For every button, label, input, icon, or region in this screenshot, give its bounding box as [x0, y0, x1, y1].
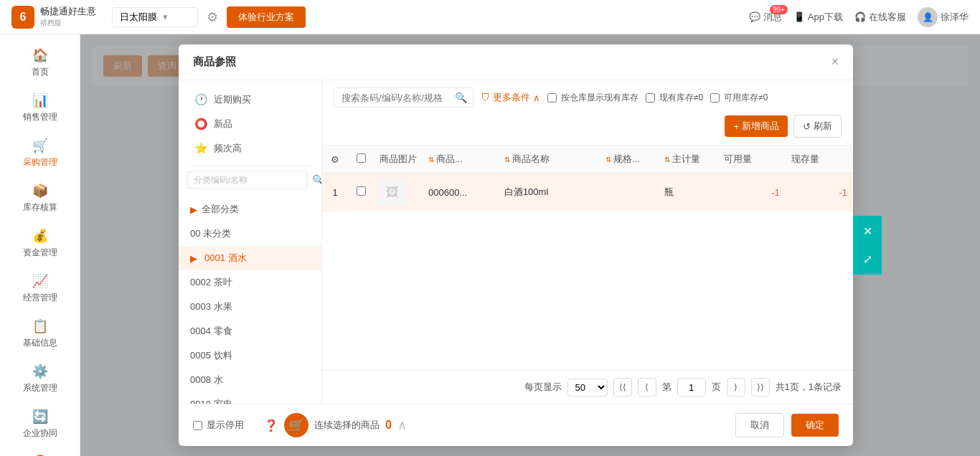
show-disabled-checkbox[interactable] — [193, 421, 202, 430]
row-checkbox[interactable] — [357, 186, 366, 196]
messages-btn[interactable]: 💬 消息 99+ — [749, 11, 782, 24]
row-stock-cell: -1 — [786, 174, 853, 212]
settings-gear-icon[interactable]: ⚙ — [207, 9, 218, 25]
row-available: -1 — [771, 187, 780, 198]
cat-0001-label: 0001 酒水 — [204, 252, 247, 265]
last-page-btn[interactable]: ⟩⟩ — [751, 378, 770, 396]
table-toolbar: 🔍 ⛉ 更多条件 ∧ 按仓库显示现有库存 — [322, 80, 853, 146]
sidebar-item-sales[interactable]: 📊 销售管理 — [0, 85, 80, 130]
row-code: 000600... — [428, 187, 467, 198]
sidebar-label-business: 经营管理 — [23, 292, 57, 304]
category-search-input[interactable] — [187, 171, 308, 189]
category-search-icon[interactable]: 🔍 — [312, 174, 322, 186]
product-search-input[interactable] — [334, 89, 449, 107]
col-spec-label: 规格... — [613, 153, 640, 166]
confirm-button[interactable]: 确定 — [791, 414, 839, 437]
prev-page-btn[interactable]: ⟨ — [638, 378, 656, 396]
high-frequency-btn[interactable]: ⭐ 频次高 — [187, 138, 313, 159]
settings-col-icon[interactable]: ⚙ — [331, 154, 339, 165]
collapse-up-icon[interactable]: ∧ — [397, 417, 407, 433]
user-menu[interactable]: 👤 徐泽华 — [918, 7, 969, 27]
help-icon[interactable]: ❓ — [264, 419, 278, 432]
refresh-icon: ↺ — [803, 121, 811, 132]
col-header-available: 可用量 — [718, 146, 786, 174]
left-panel: 🕐 近期购买 ⭕ 新品 ⭐ 频次高 — [179, 80, 322, 404]
select-all-checkbox[interactable] — [357, 153, 366, 163]
toolbar-right: + 新增商品 ↺ 刷新 — [725, 115, 842, 138]
online-service-btn[interactable]: 🎧 在线客服 — [854, 11, 906, 24]
table-row[interactable]: 1 🖼 000600... — [322, 174, 853, 212]
sidebar: 🏠 首页 📊 销售管理 🛒 采购管理 📦 库存核算 💰 资金管理 📈 经营管理 … — [0, 34, 80, 456]
teal-close-icon[interactable]: ✕ — [863, 224, 872, 238]
recent-purchase-btn[interactable]: 🕐 近期购买 — [187, 89, 313, 110]
col-img-label: 商品图片 — [380, 153, 417, 166]
category-0001[interactable]: ▶ 0001 酒水 — [179, 246, 321, 270]
sidebar-label-inventory: 库存核算 — [23, 201, 57, 214]
first-page-btn[interactable]: ⟨⟨ — [613, 378, 632, 396]
cart-button[interactable]: 🛒 — [284, 413, 308, 437]
new-product-btn[interactable]: ⭕ 新品 — [187, 113, 313, 135]
collab-icon: 🔄 — [32, 409, 48, 424]
add-product-button[interactable]: + 新增商品 — [725, 115, 788, 137]
nonzero-stock-checkbox-area: 现有库存≠0 — [646, 92, 703, 104]
refresh-button[interactable]: ↺ 刷新 — [793, 115, 842, 138]
left-search-area: 🔍 — [179, 166, 321, 194]
nonzero-available-label: 可用库存≠0 — [724, 92, 768, 104]
logo-area: 6 畅捷通好生意 搭档版 — [11, 6, 98, 29]
modal-header: 商品参照 × — [179, 44, 853, 80]
show-disabled-label: 显示停用 — [207, 419, 244, 432]
col-header-code: ⇅ 商品... — [423, 146, 499, 174]
page-number-input[interactable] — [677, 378, 706, 396]
category-all[interactable]: ▶ 全部分类 — [179, 197, 321, 222]
sidebar-item-guide[interactable]: 🎯 新手引导 — [0, 447, 80, 456]
app-download-btn[interactable]: 📱 App下载 — [793, 11, 843, 24]
high-frequency-label: 频次高 — [214, 142, 242, 155]
cart-icon: 🛒 — [288, 417, 304, 433]
category-0005[interactable]: 0005 饮料 — [179, 343, 321, 368]
sort-icon-name: ⇅ — [504, 156, 510, 163]
nonzero-stock-checkbox[interactable] — [646, 93, 655, 103]
category-00[interactable]: 00 未分类 — [179, 222, 321, 246]
store-select[interactable]: 日太阳膜 ▾ — [112, 7, 198, 27]
trial-button[interactable]: 体验行业方案 — [227, 6, 306, 28]
filter-icon: ⛉ — [481, 92, 490, 103]
warehouse-stock-checkbox[interactable] — [547, 93, 557, 103]
teal-expand-icon[interactable]: ⤢ — [863, 252, 872, 266]
row-code-cell: 000600... — [423, 174, 499, 212]
phone-icon: 📱 — [793, 11, 805, 22]
sidebar-item-collab[interactable]: 🔄 企业协同 — [0, 402, 80, 447]
sidebar-item-purchase[interactable]: 🛒 采购管理 — [0, 130, 80, 176]
modal-close-button[interactable]: × — [831, 54, 839, 70]
system-icon: ⚙️ — [32, 364, 48, 379]
cancel-button[interactable]: 取消 — [735, 413, 784, 437]
sidebar-item-basic[interactable]: 📋 基础信息 — [0, 311, 80, 356]
sidebar-item-inventory[interactable]: 📦 库存核算 — [0, 176, 80, 221]
category-0002[interactable]: 0002 茶叶 — [179, 270, 321, 295]
more-filter-button[interactable]: ⛉ 更多条件 ∧ — [481, 91, 540, 104]
category-0003[interactable]: 0003 水果 — [179, 295, 321, 319]
row-checkbox-cell — [348, 174, 374, 212]
per-page-select[interactable]: 50 20 100 200 — [567, 379, 608, 396]
category-0004[interactable]: 0004 零食 — [179, 319, 321, 343]
col-header-name: ⇅ 商品名称 — [499, 146, 600, 174]
nonzero-available-checkbox[interactable] — [710, 93, 720, 103]
cat-0010-label: 0010 家电 — [190, 398, 232, 404]
category-0008[interactable]: 0008 水 — [179, 368, 321, 392]
right-panel: 🔍 ⛉ 更多条件 ∧ 按仓库显示现有库存 — [322, 80, 853, 404]
sidebar-item-home[interactable]: 🏠 首页 — [0, 40, 80, 85]
next-page-btn[interactable]: ⟩ — [727, 378, 745, 396]
category-0010[interactable]: 0010 家电 — [179, 392, 321, 404]
filter-label: 更多条件 — [493, 91, 530, 104]
product-search-area: 🔍 — [334, 87, 473, 108]
modal-body: 🕐 近期购买 ⭕ 新品 ⭐ 频次高 — [179, 80, 853, 404]
table-header-row: ⚙ 商品图片 — [322, 146, 853, 174]
footer-middle: ❓ 🛒 连续选择的商品 0 ∧ — [264, 413, 407, 437]
product-search-button[interactable]: 🔍 — [449, 88, 473, 107]
sidebar-item-business[interactable]: 📈 经营管理 — [0, 266, 80, 311]
col-select-all — [348, 146, 374, 174]
sidebar-item-finance[interactable]: 💰 资金管理 — [0, 221, 80, 266]
sidebar-item-system[interactable]: ⚙️ 系统管理 — [0, 356, 80, 402]
username: 徐泽华 — [941, 11, 969, 24]
message-badge: 99+ — [770, 5, 788, 14]
content-area: 刷新 查询 设置 商品参照 × 🕐 — [80, 34, 980, 456]
